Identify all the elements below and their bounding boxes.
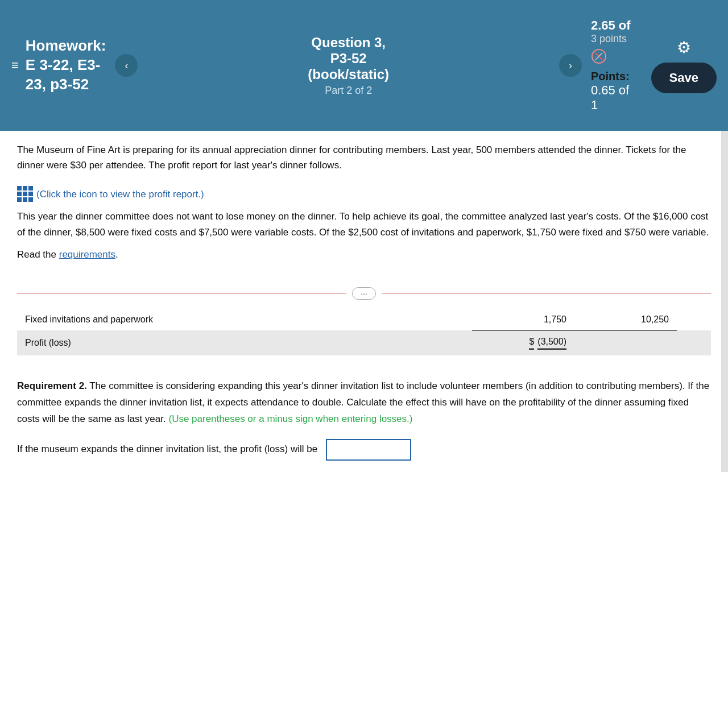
profit-report-link[interactable]: (Click the icon to view the profit repor… (17, 186, 204, 202)
profit-col2 (574, 330, 677, 355)
row1-col1: 1,750 (472, 309, 574, 331)
prev-button[interactable]: ‹ (115, 54, 138, 77)
save-button[interactable]: Save (651, 63, 717, 93)
requirement-question: If the museum expands the dinner invitat… (17, 439, 711, 461)
table-row-profit: Profit (loss) $ (3,500) (17, 330, 711, 355)
header-actions: ⚙ Save (651, 38, 717, 93)
question-part: Part 2 of 2 (147, 85, 549, 97)
profit-label: Profit (loss) (17, 330, 472, 355)
homework-title-line1: Homework: (26, 36, 106, 56)
question-center: Question 3, P3-52 (book/static) Part 2 o… (147, 35, 549, 97)
question-subtitle2: (book/static) (147, 67, 549, 82)
table-row: Fixed invitations and paperwork 1,750 10… (17, 309, 711, 331)
row1-col2: 10,250 (574, 309, 677, 331)
hamburger-icon[interactable]: ≡ (11, 58, 19, 73)
homework-title-line2: E 3-22, E3- (26, 56, 106, 75)
table-section: Fixed invitations and paperwork 1,750 10… (0, 309, 728, 355)
requirement-bold: Requirement 2. (17, 380, 87, 391)
row1-label: Fixed invitations and paperwork (17, 309, 472, 331)
divider-line-right (382, 293, 711, 293)
header: ≡ Homework: E 3-22, E3- 23, p3-52 ‹ Ques… (0, 0, 728, 131)
paragraph1: The Museum of Fine Art is preparing for … (17, 142, 711, 173)
requirement-highlight: (Use parentheses or a minus sign when en… (168, 413, 412, 424)
requirements-row: Read the requirements. (17, 247, 711, 262)
answer-input-box[interactable] (326, 439, 411, 461)
content-area: The Museum of Fine Art is preparing for … (0, 131, 728, 274)
score-value: 2.65 of 3 points (591, 18, 631, 45)
divider-line-left (17, 293, 346, 293)
question-text: If the museum expands the dinner invitat… (17, 444, 317, 454)
requirement-section: Requirement 2. The committee is consider… (0, 367, 728, 472)
score-sub: 3 points (591, 33, 627, 44)
homework-title-line3: 23, p3-52 (26, 75, 106, 94)
score-icon (591, 48, 607, 67)
profit-value: (3,500) (537, 337, 566, 350)
next-button[interactable]: › (559, 54, 582, 77)
divider-dots[interactable]: ··· (352, 287, 376, 300)
paragraph2: This year the dinner committee does not … (17, 209, 711, 239)
question-subtitle1: P3-52 (147, 51, 549, 67)
question-title: Question 3, (147, 35, 549, 51)
results-table: Fixed invitations and paperwork 1,750 10… (17, 309, 711, 355)
requirement-paragraph: Requirement 2. The committee is consider… (17, 378, 711, 428)
homework-title: Homework: E 3-22, E3- 23, p3-52 (26, 36, 106, 94)
dollar-sign: $ (529, 337, 534, 350)
profit-col1: $ (3,500) (472, 330, 574, 355)
grid-icon (17, 186, 33, 202)
header-left: ≡ Homework: E 3-22, E3- 23, p3-52 (11, 36, 106, 94)
scrollbar[interactable] (721, 131, 728, 472)
header-right: 2.65 of 3 points Points: 0.65 of 1 (591, 18, 631, 113)
icon-link-text: (Click the icon to view the profit repor… (36, 187, 204, 202)
requirements-link[interactable]: requirements (59, 249, 115, 260)
gear-icon[interactable]: ⚙ (677, 38, 691, 57)
points-label: Points: 0.65 of 1 (591, 70, 630, 113)
icon-link-row: (Click the icon to view the profit repor… (17, 180, 711, 202)
profit-value-group: $ (3,500) (480, 337, 566, 350)
divider: ··· (0, 287, 728, 300)
